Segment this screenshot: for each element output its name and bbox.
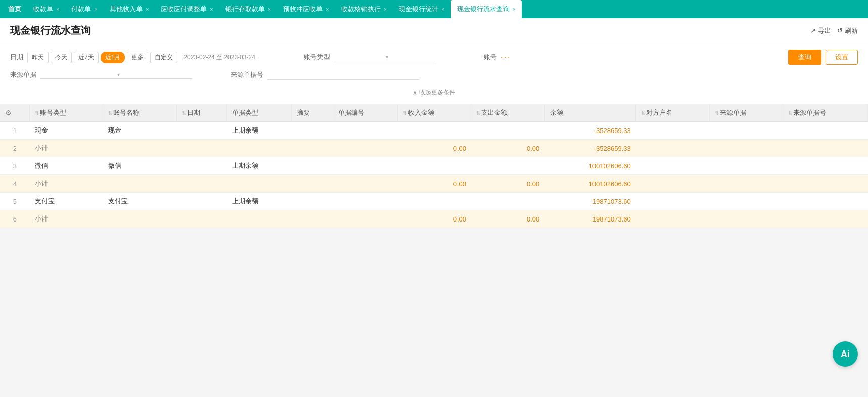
cell-summary bbox=[292, 210, 333, 228]
account-type-select[interactable]: ▾ bbox=[334, 53, 435, 61]
date-btn-近7天[interactable]: 近7天 bbox=[74, 52, 99, 63]
sort-icon: ⇅ bbox=[35, 110, 39, 116]
tab-label: 收款核销执行 bbox=[341, 5, 381, 14]
cell-account_type: 现金 bbox=[30, 122, 103, 140]
close-icon[interactable]: × bbox=[441, 6, 444, 12]
refresh-label: 刷新 bbox=[845, 26, 858, 35]
tab-label: 预收冲应收单 bbox=[283, 5, 323, 14]
table-body: 1现金现金上期余额-3528659.332小计0.000.00-3528659.… bbox=[0, 122, 868, 228]
refresh-button[interactable]: ↺ 刷新 bbox=[837, 26, 858, 35]
cell-account_name bbox=[103, 140, 176, 157]
settings-button[interactable]: 设置 bbox=[826, 50, 858, 65]
cell-income bbox=[398, 193, 471, 210]
col-header-summary: 摘要 bbox=[292, 104, 333, 122]
cell-summary bbox=[292, 140, 333, 157]
account-no-ellipsis[interactable]: ··· bbox=[501, 53, 511, 62]
nav-tab-预收冲应收单[interactable]: 预收冲应收单× bbox=[277, 0, 335, 18]
cell-summary bbox=[292, 193, 333, 210]
close-icon[interactable]: × bbox=[56, 6, 59, 12]
table-container: ⚙⇅账号类型⇅账号名称⇅日期单据类型摘要单据编号⇅收入金额⇅支出金额余额⇅对方户… bbox=[0, 104, 868, 228]
cell-doc_no bbox=[333, 175, 398, 193]
nav-home[interactable]: 首页 bbox=[2, 0, 27, 18]
nav-tab-收款核销执行[interactable]: 收款核销执行× bbox=[335, 0, 393, 18]
query-button[interactable]: 查询 bbox=[788, 50, 821, 65]
col-header-source_doc[interactable]: ⇅来源单据 bbox=[709, 104, 783, 122]
sort-icon: ⇅ bbox=[476, 110, 480, 116]
table-header: ⚙⇅账号类型⇅账号名称⇅日期单据类型摘要单据编号⇅收入金额⇅支出金额余额⇅对方户… bbox=[0, 104, 868, 122]
cell-source_doc_no bbox=[783, 175, 867, 193]
cell-balance: -3528659.33 bbox=[544, 140, 636, 157]
cell-expense bbox=[471, 122, 544, 140]
cell-expense: 0.00 bbox=[471, 210, 544, 228]
cell-income bbox=[398, 122, 471, 140]
account-no-label: 账号 bbox=[484, 53, 497, 62]
nav-tab-其他收入单[interactable]: 其他收入单× bbox=[104, 0, 155, 18]
chevron-down-icon-2: ▾ bbox=[117, 72, 190, 77]
cell-date bbox=[176, 193, 227, 210]
date-filter-group: 日期 昨天今天近7天近1月更多自定义 2023-02-24 至 2023-03-… bbox=[10, 52, 255, 63]
close-icon[interactable]: × bbox=[384, 6, 387, 12]
collapse-label: 收起更多条件 bbox=[419, 88, 455, 97]
date-btn-今天[interactable]: 今天 bbox=[51, 52, 72, 63]
cell-source_doc_no bbox=[783, 122, 867, 140]
col-header-date[interactable]: ⇅日期 bbox=[176, 104, 227, 122]
sort-icon: ⇅ bbox=[403, 110, 407, 116]
source-doc-no-input[interactable] bbox=[267, 70, 419, 80]
close-icon[interactable]: × bbox=[94, 6, 97, 12]
tab-label: 付款单 bbox=[71, 5, 91, 14]
source-doc-select[interactable]: ▾ bbox=[40, 71, 192, 79]
cell-counterpart bbox=[636, 122, 709, 140]
cell-account_type: 小计 bbox=[30, 140, 103, 157]
col-header-counterpart[interactable]: ⇅对方户名 bbox=[636, 104, 709, 122]
nav-tab-现金银行流水查询[interactable]: 现金银行流水查询× bbox=[451, 0, 522, 18]
close-icon[interactable]: × bbox=[326, 6, 329, 12]
cell-source_doc_no bbox=[783, 210, 867, 228]
nav-tab-收款单[interactable]: 收款单× bbox=[27, 0, 65, 18]
cell-balance: 100102606.60 bbox=[544, 175, 636, 193]
col-header-account_type[interactable]: ⇅账号类型 bbox=[30, 104, 103, 122]
nav-tab-应收应付调整单[interactable]: 应收应付调整单× bbox=[155, 0, 219, 18]
date-btn-昨天[interactable]: 昨天 bbox=[27, 52, 49, 63]
col-header-balance: 余额 bbox=[544, 104, 636, 122]
filter-row-1: 日期 昨天今天近7天近1月更多自定义 2023-02-24 至 2023-03-… bbox=[10, 50, 858, 65]
table-row: 1现金现金上期余额-3528659.33 bbox=[0, 122, 868, 140]
date-btn-近1月[interactable]: 近1月 bbox=[101, 52, 125, 63]
export-button[interactable]: ↗ 导出 bbox=[810, 26, 831, 35]
account-type-filter-group: 账号类型 ▾ bbox=[304, 53, 435, 62]
close-icon[interactable]: × bbox=[513, 6, 516, 12]
tab-label: 应收应付调整单 bbox=[161, 5, 207, 14]
col-header-income[interactable]: ⇅收入金额 bbox=[398, 104, 471, 122]
close-icon[interactable]: × bbox=[268, 6, 271, 12]
cell-balance: 100102606.60 bbox=[544, 157, 636, 175]
sort-icon: ⇅ bbox=[715, 110, 719, 116]
col-header-expense[interactable]: ⇅支出金额 bbox=[471, 104, 544, 122]
cell-doc_type: 上期余额 bbox=[227, 157, 292, 175]
cell-income: 0.00 bbox=[398, 140, 471, 157]
cell-doc_no bbox=[333, 193, 398, 210]
cell-income: 0.00 bbox=[398, 210, 471, 228]
date-btn-自定义[interactable]: 自定义 bbox=[150, 52, 177, 63]
nav-tab-付款单[interactable]: 付款单× bbox=[65, 0, 103, 18]
close-icon[interactable]: × bbox=[146, 6, 149, 12]
close-icon[interactable]: × bbox=[210, 6, 213, 12]
nav-tab-现金银行统计[interactable]: 现金银行统计× bbox=[393, 0, 450, 18]
cell-account_name: 微信 bbox=[103, 157, 176, 175]
top-nav: 首页 收款单×付款单×其他收入单×应收应付调整单×银行存取款单×预收冲应收单×收… bbox=[0, 0, 868, 18]
source-doc-no-filter-group: 来源单据号 bbox=[231, 70, 419, 80]
tab-label: 收款单 bbox=[33, 5, 53, 14]
col-header-account_name[interactable]: ⇅账号名称 bbox=[103, 104, 176, 122]
gear-icon[interactable]: ⚙ bbox=[5, 109, 12, 117]
cell-doc_no bbox=[333, 157, 398, 175]
filter-row-2: 来源单据 ▾ 来源单据号 bbox=[10, 70, 858, 80]
cell-counterpart bbox=[636, 193, 709, 210]
cell-date bbox=[176, 175, 227, 193]
cell-source_doc bbox=[709, 140, 783, 157]
cell-balance: -3528659.33 bbox=[544, 122, 636, 140]
cell-doc_type: 上期余额 bbox=[227, 122, 292, 140]
collapse-bar[interactable]: ∧ 收起更多条件 bbox=[10, 85, 858, 98]
col-header-source_doc_no[interactable]: ⇅来源单据号 bbox=[783, 104, 867, 122]
cell-expense: 0.00 bbox=[471, 140, 544, 157]
chevron-down-icon: ▾ bbox=[386, 54, 433, 60]
nav-tab-银行存取款单[interactable]: 银行存取款单× bbox=[219, 0, 277, 18]
date-btn-更多[interactable]: 更多 bbox=[127, 52, 148, 63]
